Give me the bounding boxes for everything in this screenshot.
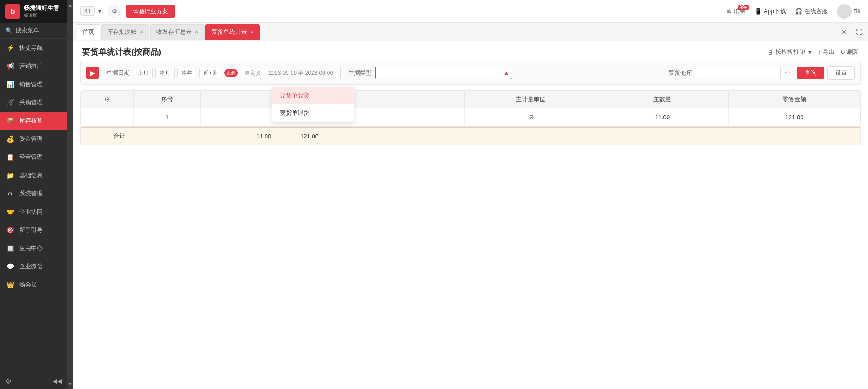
sidebar-item-beginner[interactable]: 🎯 新手引导 <box>0 221 67 239</box>
sidebar-item-sales[interactable]: 📊 销售管理 <box>0 75 67 93</box>
filter-more-dots[interactable]: ··· <box>784 69 790 77</box>
quick-nav-icon: ⚡ <box>5 43 15 52</box>
sidebar-item-system[interactable]: ⚙ 系统管理 <box>0 184 67 203</box>
type-select-arrow[interactable]: ▲ <box>501 70 512 76</box>
date-shortcuts: 上月 本月 本年 近7天 更多 自定义 <box>134 68 265 78</box>
chevron-down-icon: ▼ <box>807 49 813 56</box>
settings-icon[interactable]: ⚙ <box>5 377 12 385</box>
system-icon: ⚙ <box>5 189 15 198</box>
tab-close-receive-summary[interactable]: ✕ <box>195 29 199 35</box>
header-right: ✉ 消息 99+ 📱 App下载 🎧 在线客服 Rit <box>727 4 861 19</box>
sidebar-item-basic-info[interactable]: 📁 基础信息 <box>0 166 67 184</box>
date-more-badge[interactable]: 更多 <box>224 69 238 77</box>
warehouse-filter-label: 要货仓库 <box>668 69 692 77</box>
warehouse-input[interactable] <box>696 67 781 79</box>
date-custom[interactable]: 自定义 <box>241 68 265 78</box>
page-title-bar: 要货单统计表(按商品) 🖨 按模板打印 ▼ ↑ 导出 ↻ 刷新 <box>73 41 868 61</box>
sidebar-nav: ⚡ 快捷导航 📢 营销推广 📊 销售管理 🛒 采购管理 📦 库存核算 💰 资金管… <box>0 39 67 373</box>
type-select-box[interactable]: ▲ <box>375 67 512 79</box>
service-icon: 🎧 <box>795 8 802 15</box>
tab-receive-summary[interactable]: 收发存汇总表 ✕ <box>150 24 205 40</box>
date-last-7[interactable]: 近7天 <box>199 68 221 78</box>
print-button[interactable]: 🖨 按模板打印 ▼ <box>768 48 813 56</box>
user-avatar <box>837 4 852 19</box>
col-amount: 零售金额 <box>728 91 860 108</box>
dropdown-item-order-goods[interactable]: 要货单要货 <box>272 87 354 104</box>
enterprise-icon: 🤝 <box>5 207 15 216</box>
date-last-month[interactable]: 上月 <box>134 68 153 78</box>
sidebar-item-quick-nav[interactable]: ⚡ 快捷导航 <box>0 39 67 57</box>
basic-info-icon: 📁 <box>5 171 15 180</box>
total-amount: 121.00 <box>287 133 332 140</box>
col-no: 序号 <box>134 91 201 108</box>
online-service-button[interactable]: 🎧 在线客服 <box>795 7 828 15</box>
membership-icon: 👑 <box>5 280 15 289</box>
page-title: 要货单统计表(按商品) <box>82 46 161 57</box>
beginner-icon: 🎯 <box>5 225 15 235</box>
trial-button[interactable]: 体验行业方案 <box>126 5 175 18</box>
type-select-input[interactable] <box>376 70 501 77</box>
dropdown-item-order-return[interactable]: 要货单退货 <box>272 104 354 122</box>
col-unit: 主计量单位 <box>464 91 596 108</box>
app-download-button[interactable]: 📱 App下载 <box>755 7 786 15</box>
sidebar-item-operations[interactable]: 📋 经营管理 <box>0 148 67 166</box>
sidebar-item-membership[interactable]: 👑 畅会员 <box>0 276 67 294</box>
tab-batch-account[interactable]: 库存批次账 ✕ <box>101 24 149 40</box>
sidebar-item-inventory[interactable]: 📦 库存核算 <box>0 112 67 130</box>
export-button[interactable]: ↑ 导出 <box>818 48 835 56</box>
date-filter-label: 单据日期 <box>106 69 130 77</box>
filter-right: 查询 设置 <box>797 66 855 80</box>
scroll-down-button[interactable]: ▼ <box>67 380 73 387</box>
sidebar: b 畅捷通好生意 标准版 🔍 搜索菜单 ⚡ 快捷导航 📢 营销推广 📊 销售管理… <box>0 0 67 389</box>
tab-order-stats[interactable]: 要货单统计表 ✕ <box>205 24 260 40</box>
sidebar-item-marketing[interactable]: 📢 营销推广 <box>0 57 67 75</box>
app-logo-text: 畅捷通好生意 标准版 <box>24 5 59 18</box>
tab-close-batch-account[interactable]: ✕ <box>139 29 144 35</box>
expand-tab-button[interactable]: ⛶ <box>853 26 864 37</box>
refresh-button[interactable]: ↻ 刷新 <box>840 48 859 56</box>
total-label: 合计 <box>86 132 241 140</box>
tab-bar-right: ✕ ⛶ <box>839 26 864 37</box>
sidebar-item-enterprise[interactable]: 🤝 企业协同 <box>0 203 67 221</box>
header-gear-icon[interactable]: ⚙ <box>108 5 121 18</box>
corp-wechat-icon: 💬 <box>5 262 15 271</box>
user-name: Rit <box>853 8 861 15</box>
filter-settings-button[interactable]: 设置 <box>827 66 855 80</box>
messages-badge: 99+ <box>738 5 749 10</box>
sidebar-item-finance[interactable]: 💰 资金管理 <box>0 130 67 148</box>
type-dropdown: 要货单要货 要货单退货 <box>272 87 354 122</box>
chevron-down-icon: ▼ <box>97 8 103 15</box>
filter-bar: ▶ 单据日期 上月 本月 本年 近7天 更多 自定义 2023-05-06 至 … <box>80 61 861 85</box>
collapse-icon[interactable]: ◀◀ <box>53 378 62 384</box>
tab-count: 41 <box>80 6 95 16</box>
col-settings[interactable]: ⚙ <box>81 91 134 108</box>
date-this-month[interactable]: 本月 <box>155 68 175 78</box>
sidebar-item-corp-wechat[interactable]: 💬 企业微信 <box>0 257 67 276</box>
close-tab-button[interactable]: ✕ <box>839 26 850 37</box>
sidebar-item-app-center[interactable]: 🔲 应用中心 <box>0 239 67 257</box>
filter-expand-button[interactable]: ▶ <box>86 67 99 79</box>
tab-home[interactable]: 首页 <box>77 24 100 40</box>
cell-amount: 121.00 <box>728 108 860 126</box>
operations-icon: 📋 <box>5 153 15 162</box>
tab-selector[interactable]: 41 ▼ <box>80 6 103 16</box>
user-profile[interactable]: Rit <box>837 4 861 19</box>
scroll-up-button[interactable]: ▲ <box>67 2 73 9</box>
sidebar-bottom: ⚙ ◀◀ <box>0 373 67 389</box>
main-content: 41 ▼ ⚙ 体验行业方案 ✉ 消息 99+ 📱 App下载 🎧 在线客服 R <box>73 0 868 389</box>
expand-icon: ▶ <box>90 69 95 77</box>
tab-close-order-stats[interactable]: ✕ <box>250 29 254 35</box>
query-button[interactable]: 查询 <box>797 67 824 79</box>
search-icon: 🔍 <box>5 27 13 34</box>
cell-qty: 11.00 <box>596 108 729 126</box>
cell-no: 1 <box>134 108 201 126</box>
table-row: 1 块 11.00 121.00 <box>81 108 860 126</box>
page-content: 要货单统计表(按商品) 🖨 按模板打印 ▼ ↑ 导出 ↻ 刷新 <box>73 41 868 389</box>
messages-button[interactable]: ✉ 消息 99+ <box>727 7 745 15</box>
sidebar-item-purchase[interactable]: 🛒 采购管理 <box>0 93 67 112</box>
total-qty: 11.00 <box>241 133 287 140</box>
app-logo-icon: b <box>5 4 20 19</box>
cell-unit: 块 <box>464 108 596 126</box>
sidebar-search[interactable]: 🔍 搜索菜单 <box>0 23 67 39</box>
date-this-year[interactable]: 本年 <box>177 68 196 78</box>
